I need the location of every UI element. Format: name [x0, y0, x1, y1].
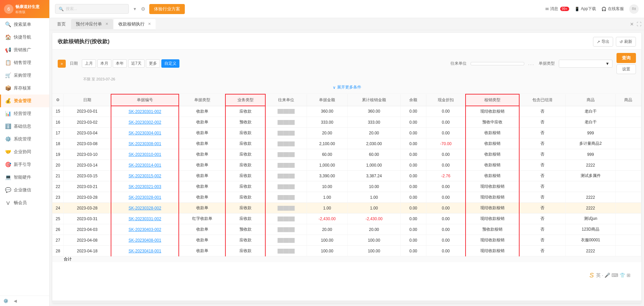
- this-year-button[interactable]: 本年: [113, 59, 127, 68]
- sidebar-item-sales[interactable]: 📋 销售管理: [0, 56, 49, 69]
- app-download-button[interactable]: 📱 App下载: [575, 6, 596, 12]
- table-row[interactable]: 222023-03-21SK-20230321-003收款单应收款██████1…: [52, 181, 641, 192]
- sidebar-item-operations[interactable]: 📊 经营管理: [0, 107, 49, 120]
- export-icon: ↗: [597, 40, 600, 44]
- cell-writeoff-amount: 60.00: [347, 149, 400, 160]
- online-service-button[interactable]: 🎧 在线客服: [601, 6, 624, 12]
- tab-receipt-writeoff[interactable]: 收款核销执行 ✕: [114, 19, 156, 29]
- table-container[interactable]: ⚙ 日期 单据编号 单据类型 业务类型 往来单位 单据金额 累计核销金额 余额 …: [52, 94, 641, 301]
- cell-bill-no-link[interactable]: SK-20230408-001: [128, 238, 161, 243]
- sidebar-item-hardware[interactable]: 💻 智能硬件: [0, 171, 49, 184]
- cell-bill-no-link[interactable]: SK-20230301-002: [128, 109, 161, 114]
- cell-biz-type: 应收款: [225, 138, 265, 149]
- settings-icon[interactable]: ⚙️: [3, 299, 8, 303]
- table-row[interactable]: 172023-03-04SK-20230304-001收款单应收款██████2…: [52, 128, 641, 138]
- table-row[interactable]: 282023-04-18SK-20230418-001收款单应收款██████1…: [52, 246, 641, 256]
- sidebar-item-wechat[interactable]: 💬 企业微信: [0, 184, 49, 196]
- cell-bill-no[interactable]: SK-20230308-001: [111, 138, 179, 149]
- topbar-search[interactable]: 🔍 搜索...: [55, 4, 129, 14]
- custom-date-button[interactable]: 自定义: [161, 59, 179, 68]
- sidebar-item-basic-info[interactable]: ℹ️ 基础信息: [0, 120, 49, 133]
- cell-bill-no[interactable]: SK-20230314-001: [111, 160, 179, 171]
- sidebar-item-member[interactable]: V 畅会员: [0, 196, 49, 209]
- horizontal-scrollbar[interactable]: [52, 301, 641, 303]
- sidebar-item-quick-nav[interactable]: 🏠 快捷导航: [0, 31, 49, 44]
- cell-bill-no[interactable]: SK-20230302-002: [111, 117, 179, 128]
- table-row[interactable]: 192023-03-10SK-20230310-001收款单应收款██████6…: [52, 149, 641, 160]
- sidebar-item-search[interactable]: 🔍 搜索菜单: [0, 18, 49, 31]
- industry-solution-button[interactable]: 体验行业方案: [149, 4, 185, 14]
- cell-bill-no-link[interactable]: SK-20230328-001: [128, 195, 161, 200]
- cell-bill-no-link[interactable]: SK-20230331-002: [128, 217, 161, 221]
- table-row[interactable]: 202023-03-14SK-20230314-001收款单应收款██████1…: [52, 160, 641, 171]
- sidebar-item-purchase[interactable]: 🛒 采购管理: [0, 69, 49, 82]
- cell-bill-no-link[interactable]: SK-20230302-002: [128, 120, 161, 125]
- tab-expand-icon[interactable]: ⛶: [637, 21, 641, 27]
- cell-bill-no-link[interactable]: SK-20230315-002: [128, 174, 161, 178]
- cell-bill-type: 收款单: [179, 117, 225, 128]
- cell-bill-no-link[interactable]: SK-20230328-002: [128, 206, 161, 210]
- cell-bill-no[interactable]: SK-20230403-002: [111, 224, 179, 235]
- sidebar-item-guide[interactable]: 🎯 新手引导: [0, 158, 49, 171]
- tab-prepay-payable[interactable]: 预付冲应付单 ✕: [71, 19, 113, 29]
- cell-bill-no-link[interactable]: SK-20230403-002: [128, 227, 161, 232]
- topbar-gear-icon[interactable]: ⚙: [141, 6, 145, 12]
- cell-bill-no[interactable]: SK-20230328-001: [111, 192, 179, 203]
- tab-close-all-icon[interactable]: ✕: [630, 21, 634, 27]
- cell-bill-no[interactable]: SK-20230418-001: [111, 246, 179, 256]
- unit-filter-label: 往来单位: [450, 61, 467, 66]
- cell-bill-no[interactable]: SK-20230408-001: [111, 235, 179, 246]
- table-row[interactable]: 232023-03-28SK-20230328-001收款单应收款██████1…: [52, 192, 641, 203]
- cell-bill-no-link[interactable]: SK-20230321-003: [128, 184, 161, 189]
- cell-balance: 0.00: [400, 128, 426, 138]
- table-row[interactable]: 152023-03-01SK-20230301-002收款单应收款██████3…: [52, 106, 641, 117]
- this-month-button[interactable]: 本月: [97, 59, 111, 68]
- sidebar-item-inventory[interactable]: 📦 库存核算: [0, 82, 49, 95]
- bill-type-select[interactable]: ▼: [559, 60, 612, 68]
- cell-bill-no[interactable]: SK-20230315-002: [111, 171, 179, 181]
- sidebar-item-system[interactable]: ⚙️ 系统管理: [0, 133, 49, 145]
- cell-no: 15: [52, 106, 64, 117]
- col-header-bill-type: 单据类型: [179, 94, 225, 106]
- export-button[interactable]: ↗ 导出: [593, 37, 613, 47]
- query-button[interactable]: 查询: [616, 53, 636, 63]
- setting-button[interactable]: 设置: [616, 64, 636, 74]
- tab-close-prepay[interactable]: ✕: [105, 22, 108, 26]
- cell-bill-no[interactable]: SK-20230304-001: [111, 128, 179, 138]
- more-dates-button[interactable]: 更多: [146, 59, 160, 68]
- sidebar-item-finance[interactable]: 💰 资金管理: [0, 95, 49, 107]
- cell-biz-type: 预收款: [225, 224, 265, 235]
- last-month-button[interactable]: 上月: [82, 59, 96, 68]
- topbar-chevron-icon[interactable]: ▼: [133, 7, 137, 11]
- cell-bill-no[interactable]: SK-20230321-003: [111, 181, 179, 192]
- table-row[interactable]: 262023-04-03SK-20230403-002收款单预收款██████2…: [52, 224, 641, 235]
- collapse-icon[interactable]: ◀: [14, 299, 17, 303]
- table-row[interactable]: 252023-03-31SK-20230331-002红字收款单应收款█████…: [52, 213, 641, 224]
- cell-bill-no-link[interactable]: SK-20230418-001: [128, 249, 161, 253]
- cell-bill-no-link[interactable]: SK-20230304-001: [128, 131, 161, 135]
- cell-bill-no[interactable]: SK-20230301-002: [111, 106, 179, 117]
- col-header-settings[interactable]: ⚙: [52, 94, 64, 106]
- messages-button[interactable]: ✉ 消息 99+: [545, 6, 569, 12]
- cell-bill-no-link[interactable]: SK-20230310-001: [128, 152, 161, 157]
- sidebar-item-marketing[interactable]: 📢 营销推广: [0, 44, 49, 56]
- table-row[interactable]: 162023-03-02SK-20230302-002收款单预收款██████3…: [52, 117, 641, 128]
- table-row[interactable]: 272023-04-08SK-20230408-001收款单应收款██████1…: [52, 235, 641, 246]
- last-7-days-button[interactable]: 近7天: [128, 59, 145, 68]
- user-avatar[interactable]: Rit: [629, 4, 639, 14]
- table-row[interactable]: 182023-03-08SK-20230308-001收款单应收款██████2…: [52, 138, 641, 149]
- tab-close-receipt[interactable]: ✕: [148, 22, 151, 26]
- cell-bill-no[interactable]: SK-20230310-001: [111, 149, 179, 160]
- cell-bill-no-link[interactable]: SK-20230308-001: [128, 141, 161, 146]
- filter-toggle-button[interactable]: »: [58, 60, 66, 68]
- cell-bill-no-link[interactable]: SK-20230314-001: [128, 163, 161, 168]
- unit-input[interactable]: [471, 62, 524, 65]
- cell-bill-no[interactable]: SK-20230328-002: [111, 203, 179, 213]
- expand-more-button[interactable]: ∨ 展开更多条件: [333, 84, 361, 90]
- refresh-button[interactable]: ↺ 刷新: [616, 37, 636, 47]
- tab-home[interactable]: 首页: [52, 19, 70, 29]
- table-row[interactable]: 212023-03-15SK-20230315-002收款单应收款██████3…: [52, 171, 641, 181]
- cell-bill-no[interactable]: SK-20230331-002: [111, 213, 179, 224]
- sidebar-item-enterprise[interactable]: 🤝 企业协同: [0, 145, 49, 158]
- table-row[interactable]: 242023-03-28SK-20230328-002收款单应收款██████1…: [52, 203, 641, 213]
